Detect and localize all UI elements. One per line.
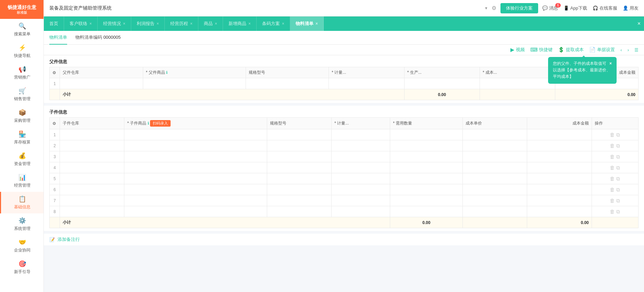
child-cell-quantity-6[interactable] [390,184,463,195]
child-cell-spec-8[interactable] [267,206,331,217]
dropdown-icon[interactable]: ▾ [485,5,487,11]
child-cell-warehouse-7[interactable] [60,195,124,206]
child-cell-unit-cost-5[interactable] [462,173,527,184]
sidebar-item-guide[interactable]: 🎯 新手引导 [0,257,44,278]
child-cell-unit-4[interactable] [332,162,390,173]
tab-profit-close[interactable]: × [157,21,159,26]
child-cell-unit-cost-8[interactable] [462,206,527,217]
child-cell-unit-cost-6[interactable] [462,184,527,195]
child-cell-warehouse-3[interactable] [60,151,124,162]
child-cell-spec-6[interactable] [267,184,331,195]
tab-history[interactable]: 经营历程 × [165,16,198,31]
sidebar-item-finance[interactable]: 💰 资金管理 [0,149,44,170]
parent-cell-warehouse[interactable] [60,78,143,89]
child-cell-unit-3[interactable] [332,151,390,162]
child-cell-spec-7[interactable] [267,195,331,206]
copy-row-btn-6[interactable]: ⧉ [616,187,620,193]
child-cell-quantity-3[interactable] [390,151,463,162]
child-cell-spec-2[interactable] [267,140,331,151]
child-cell-goods-1[interactable] [124,129,267,140]
copy-row-btn-7[interactable]: ⧉ [616,198,620,204]
child-cell-goods-2[interactable] [124,140,267,151]
tab-barcode[interactable]: 条码方案 × [257,16,290,31]
tab-profit[interactable]: 利润报告 × [131,16,165,31]
tab-customers[interactable]: 客户联络 × [64,16,98,31]
child-cell-unit-2[interactable] [332,140,390,151]
shortcut-btn[interactable]: ⌨ 快捷键 [530,47,553,53]
settings-doc-btn[interactable]: 📄 单据设置 [589,47,615,53]
parent-cell-unit[interactable] [329,78,404,89]
delete-row-btn-4[interactable]: 🗑 [610,165,615,171]
tab-operations[interactable]: 经营情况 × [98,16,131,31]
child-cell-spec-3[interactable] [267,151,331,162]
sidebar-item-quick-nav[interactable]: ⚡ 快捷导航 [0,40,44,62]
sidebar-item-purchase[interactable]: 📦 采购管理 [0,105,44,127]
app-download-item[interactable]: 📱 App下载 [564,5,587,11]
child-col-settings[interactable]: ⚙ [50,118,60,129]
child-cell-quantity-7[interactable] [390,195,463,206]
copy-row-btn-1[interactable]: ⧉ [616,132,620,138]
child-cell-unit-1[interactable] [332,129,390,140]
child-cell-quantity-1[interactable] [390,129,463,140]
child-cell-warehouse-8[interactable] [60,206,124,217]
child-cell-goods-7[interactable] [124,195,267,206]
child-cell-unit-cost-7[interactable] [462,195,527,206]
experience-btn[interactable]: 体验行业方案 [500,3,538,13]
copy-row-btn-4[interactable]: ⧉ [616,165,620,171]
child-cell-unit-6[interactable] [332,184,390,195]
delete-row-btn-3[interactable]: 🗑 [610,154,615,160]
child-cell-unit-cost-3[interactable] [462,151,527,162]
copy-row-btn-8[interactable]: ⧉ [616,209,620,215]
tab-bom-close[interactable]: × [315,21,318,26]
add-note-btn[interactable]: 添加备注行 [58,236,80,243]
tab-new-goods-close[interactable]: × [248,21,251,26]
tab-new-goods[interactable]: 新增商品 × [223,16,257,31]
copy-row-btn-3[interactable]: ⧉ [616,154,620,160]
child-cell-goods-3[interactable] [124,151,267,162]
tab-goods-close[interactable]: × [215,21,217,26]
delete-row-btn-2[interactable]: 🗑 [610,143,615,149]
child-cell-warehouse-5[interactable] [60,173,124,184]
child-cell-quantity-4[interactable] [390,162,463,173]
tab-history-close[interactable]: × [190,21,193,26]
child-cell-goods-4[interactable] [124,162,267,173]
tab-goods[interactable]: 商品 × [198,16,223,31]
sidebar-item-basic-info[interactable]: 📋 基础信息 [0,192,44,213]
parent-col-settings[interactable]: ⚙ [50,67,60,78]
child-cell-unit-7[interactable] [332,195,390,206]
delete-row-btn-8[interactable]: 🗑 [610,209,615,215]
sidebar-item-inventory[interactable]: 🏪 库存核算 [0,127,44,149]
message-icon-item[interactable]: 💬 消息 6 [542,5,558,11]
delete-row-btn-6[interactable]: 🗑 [610,187,615,193]
sidebar-item-marketing[interactable]: 📢 营销推广 [0,62,44,84]
child-cell-unit-cost-2[interactable] [462,140,527,151]
child-cell-unit-cost-4[interactable] [462,162,527,173]
video-btn[interactable]: ▶ 视频 [510,47,525,53]
delete-row-btn-7[interactable]: 🗑 [610,198,615,204]
child-cell-spec-1[interactable] [267,129,331,140]
child-cell-warehouse-1[interactable] [60,129,124,140]
parent-cell-production[interactable] [404,78,480,89]
sub-tab-bom-code[interactable]: 物料清单编码 0000005 [75,31,121,45]
sidebar-item-search[interactable]: 🔍 搜索菜单 [0,19,44,40]
parent-cell-cost[interactable] [480,78,555,89]
child-cell-quantity-5[interactable] [390,173,463,184]
child-cell-warehouse-4[interactable] [60,162,124,173]
sidebar-item-system[interactable]: ⚙️ 系统管理 [0,213,44,235]
copy-row-btn-2[interactable]: ⧉ [616,143,620,149]
tab-operations-close[interactable]: × [123,21,125,26]
child-cell-unit-8[interactable] [332,206,390,217]
sub-tab-bom-list[interactable]: 物料清单 [49,31,67,45]
copy-row-btn-5[interactable]: ⧉ [616,176,620,182]
child-cell-unit-5[interactable] [332,173,390,184]
close-all-tabs[interactable]: × [634,21,644,27]
child-cell-goods-8[interactable] [124,206,267,217]
child-cell-unit-cost-1[interactable] [462,129,527,140]
parent-cell-goods[interactable] [143,78,246,89]
child-cell-goods-6[interactable] [124,184,267,195]
child-cell-warehouse-2[interactable] [60,140,124,151]
sidebar-item-cooperation[interactable]: 🤝 企业协同 [0,235,44,257]
sidebar-item-sales[interactable]: 🛒 销售管理 [0,84,44,105]
child-cell-warehouse-6[interactable] [60,184,124,195]
parent-cell-spec[interactable] [246,78,329,89]
